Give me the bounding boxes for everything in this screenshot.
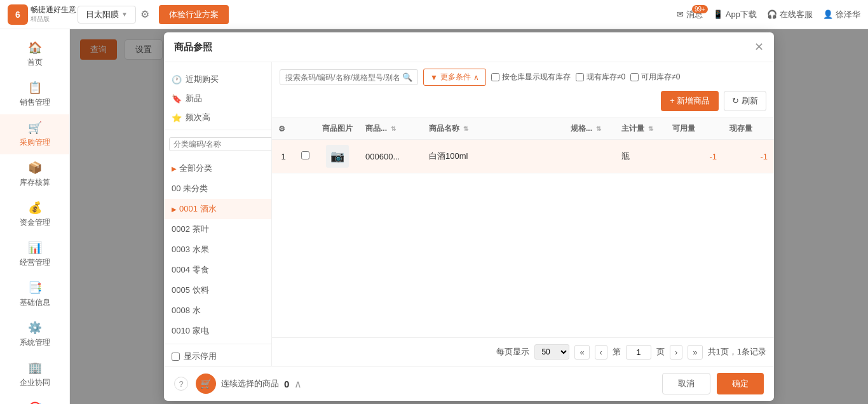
warehouse-filter-label[interactable]: 按仓库显示现有库存 — [491, 72, 571, 83]
sidebar-item-label: 首页 — [27, 57, 43, 68]
sidebar-item-guide[interactable]: 🎯 新手引导 — [0, 394, 69, 404]
page-label: 第 — [613, 346, 621, 358]
phone-icon: 📱 — [713, 10, 723, 19]
cart-area: 🛒 连续选择的商品 0 ∧ — [196, 374, 302, 394]
top-nav: 6 畅捷通好生意 精品版 日太阳膜 ▼ ⚙ 体验行业方案 ✉ 消息 99+ 📱 … — [0, 0, 868, 29]
sidebar-item-finance[interactable]: 💰 资金管理 — [0, 194, 69, 234]
cat-item-0002[interactable]: 0002 茶叶 — [164, 219, 271, 239]
sidebar-item-business[interactable]: 📊 经营管理 — [0, 234, 69, 274]
col-spec-header[interactable]: 规格... ⇅ — [564, 118, 615, 140]
left-sidebar: 🏠 首页 📋 销售管理 🛒 采购管理 📦 库存核算 💰 资金管理 📊 经营管理 … — [0, 29, 70, 404]
table-row[interactable]: 1 📷 000600... 白酒100ml — [272, 140, 774, 173]
last-page-button[interactable]: » — [688, 345, 702, 360]
col-avail-header: 可用量 — [666, 118, 723, 140]
company-icon: 🏢 — [28, 361, 42, 375]
prev-page-button[interactable]: ‹ — [595, 345, 607, 360]
sidebar-item-label: 企业协同 — [20, 377, 50, 388]
col-settings-header[interactable]: ⚙ — [272, 118, 295, 140]
sidebar-item-basic[interactable]: 📑 基础信息 — [0, 274, 69, 314]
cart-icon[interactable]: 🛒 — [196, 374, 216, 394]
show-disabled-checkbox[interactable] — [172, 353, 180, 361]
main-layout: 🏠 首页 📋 销售管理 🛒 采购管理 📦 库存核算 💰 资金管理 📊 经营管理 … — [0, 29, 868, 404]
cat-item-0008[interactable]: 0008 水 — [164, 300, 271, 321]
add-product-button[interactable]: + 新增商品 — [661, 91, 719, 111]
gear-button[interactable]: ⚙ — [136, 6, 154, 24]
cat-search-area: 🔍 « — [164, 133, 271, 156]
product-table-wrap: ⚙ 商品图片 商品... ⇅ 商品名称 — [272, 118, 774, 337]
purchase-icon: 🛒 — [28, 121, 42, 135]
sort-code-icon: ⇅ — [391, 125, 396, 132]
help-icon[interactable]: ? — [174, 377, 188, 391]
cat-recent-purchase[interactable]: 🕐 近期购买 — [164, 70, 271, 89]
collapse-cart-button[interactable]: ∧ — [294, 378, 302, 390]
usable-filter-label[interactable]: 可用库存≠0 — [630, 72, 680, 83]
messages-btn[interactable]: ✉ 消息 99+ — [677, 9, 703, 20]
sidebar-item-sales[interactable]: 📋 销售管理 — [0, 74, 69, 114]
cat-arrow-icon: ▶ — [172, 165, 177, 172]
new-icon: 🔖 — [172, 94, 182, 104]
cat-frequent[interactable]: ⭐ 频次高 — [164, 108, 271, 127]
confirm-button[interactable]: 确定 — [717, 373, 764, 394]
cat-item-0004[interactable]: 0004 零食 — [164, 260, 271, 280]
modal-dialog: 商品参照 ✕ 🕐 近期购买 🔖 — [164, 32, 774, 401]
cat-new-items[interactable]: 🔖 新品 — [164, 89, 271, 108]
sidebar-item-purchase[interactable]: 🛒 采购管理 — [0, 114, 69, 154]
cat-item-all[interactable]: ▶ 全部分类 — [164, 158, 271, 178]
row-checkbox-cell[interactable] — [295, 140, 316, 173]
app-download-label: App下载 — [726, 9, 757, 20]
usable-checkbox[interactable] — [630, 73, 639, 81]
available-filter-label[interactable]: 现有库存≠0 — [576, 72, 625, 83]
sort-spec-icon: ⇅ — [596, 125, 601, 132]
sidebar-item-label: 采购管理 — [20, 137, 50, 148]
basic-icon: 📑 — [28, 281, 42, 295]
app-download-btn[interactable]: 📱 App下载 — [713, 9, 757, 20]
sidebar-item-inventory[interactable]: 📦 库存核算 — [0, 154, 69, 194]
cat-search-input[interactable] — [169, 137, 272, 151]
per-page-select[interactable]: 50 100 200 — [534, 344, 569, 360]
cat-item-0010[interactable]: 0010 家电 — [164, 321, 271, 341]
modal-header: 商品参照 ✕ — [164, 32, 774, 62]
show-disabled-label: 显示停用 — [184, 351, 217, 362]
business-icon: 📊 — [28, 241, 42, 255]
user-menu[interactable]: 👤 徐泽华 — [823, 9, 860, 20]
cat-item-0001[interactable]: ▶ 0001 酒水 — [164, 199, 271, 219]
cart-count: 0 — [284, 379, 289, 389]
sidebar-item-home[interactable]: 🏠 首页 — [0, 34, 69, 74]
toolbar-right: + 新增商品 ↻ 刷新 — [661, 91, 766, 111]
row-spec-cell — [564, 140, 615, 173]
row-checkbox[interactable] — [301, 151, 309, 159]
star-icon: ⭐ — [172, 113, 182, 123]
logo-text: 畅捷通好生意 — [31, 5, 76, 15]
content-area: 查询 设置 刷新 商品参照 ✕ 🕐 — [70, 29, 868, 404]
col-code-header[interactable]: 商品... ⇅ — [359, 118, 423, 140]
user-name: 徐泽华 — [836, 9, 860, 20]
nav-selector[interactable]: 日太阳膜 ▼ — [78, 6, 136, 24]
warehouse-checkbox[interactable] — [491, 73, 499, 81]
cancel-button[interactable]: 取消 — [662, 373, 710, 394]
modal-title: 商品参照 — [174, 41, 212, 53]
row-index: 1 — [272, 140, 295, 173]
cat-item-00[interactable]: 00 未分类 — [164, 178, 271, 199]
cat-item-0005[interactable]: 0005 饮料 — [164, 280, 271, 300]
available-checkbox[interactable] — [576, 73, 584, 81]
experience-button[interactable]: 体验行业方案 — [159, 5, 229, 24]
cat-item-0003[interactable]: 0003 水果 — [164, 239, 271, 260]
first-page-button[interactable]: « — [574, 345, 589, 360]
online-service-label: 在线客服 — [780, 9, 813, 20]
chevron-down-icon: ▼ — [121, 11, 128, 18]
col-name-header[interactable]: 商品名称 ⇅ — [423, 118, 564, 140]
logo-icon: 6 — [8, 4, 28, 25]
sidebar-item-company[interactable]: 🏢 企业协同 — [0, 354, 69, 394]
next-page-button[interactable]: › — [670, 345, 682, 360]
more-filter-button[interactable]: ▼ 更多条件 ∧ — [423, 69, 486, 86]
refresh-button[interactable]: ↻ 刷新 — [724, 91, 766, 111]
col-unit-header[interactable]: 主计量 ⇅ — [615, 118, 666, 140]
online-service-btn[interactable]: 🎧 在线客服 — [767, 9, 813, 20]
modal-close-button[interactable]: ✕ — [754, 40, 764, 54]
sidebar-item-system[interactable]: ⚙️ 系统管理 — [0, 314, 69, 354]
sidebar-item-label: 销售管理 — [20, 97, 50, 108]
row-img-cell: 📷 — [316, 140, 359, 173]
product-search-input[interactable] — [285, 73, 400, 82]
search-icon[interactable]: 🔍 — [402, 72, 412, 82]
page-input[interactable] — [626, 345, 651, 360]
